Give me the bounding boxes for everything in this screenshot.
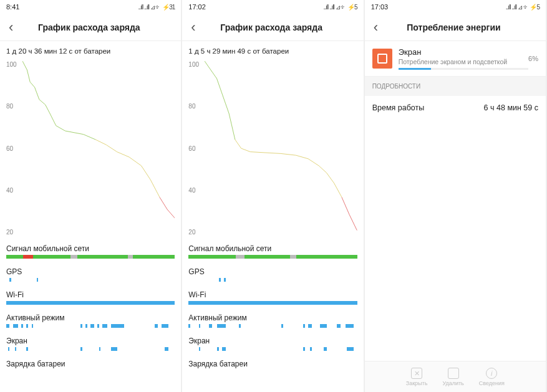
svg-line-7: [56, 126, 65, 131]
svg-line-13: [129, 157, 142, 166]
bar-wifi: [6, 301, 175, 305]
detail-value: 6 ч 48 мин 59 с: [484, 103, 538, 112]
bar-signal: [6, 255, 175, 259]
detail-label: Время работы: [372, 103, 425, 112]
svg-line-10: [95, 140, 106, 145]
svg-line-9: [84, 135, 96, 140]
svg-line-31: [334, 183, 342, 197]
energy-bar: [399, 68, 528, 70]
details-header: ПОДРОБНОСТИ: [365, 77, 546, 96]
chart-plot: [205, 61, 357, 236]
svg-line-20: [217, 79, 223, 96]
trash-icon: [448, 368, 459, 379]
svg-line-24: [241, 148, 251, 152]
status-bar: 17:02 ..ıll ..ıll ⊿ ᯤ ⚡5: [182, 0, 363, 14]
page-title: График расхода заряда: [17, 22, 161, 32]
svg-line-15: [150, 179, 160, 197]
header: ‹ График расхода заряда: [182, 14, 363, 41]
label-signal: Сигнал мобильной сети: [182, 241, 363, 255]
y-axis: 10080604020: [6, 61, 21, 236]
bar-gps: [6, 278, 175, 282]
info-button[interactable]: Сведения: [479, 368, 505, 386]
bar-active: [188, 324, 357, 328]
energy-info: Экран Потребление экраном и подсветкой: [399, 47, 528, 70]
back-icon[interactable]: ‹: [370, 19, 382, 36]
svg-line-8: [65, 131, 83, 135]
svg-line-6: [50, 113, 56, 126]
label-charging: Зарядка батареи: [182, 356, 363, 370]
status-bar: 17:03 ..ıll ..ıll ⊿ ᯤ ⚡5: [365, 0, 546, 14]
svg-line-17: [167, 209, 175, 218]
svg-line-22: [229, 113, 235, 140]
label-active: Активный режим: [182, 310, 363, 324]
energy-bar-fill: [399, 68, 431, 70]
label-gps: GPS: [182, 264, 363, 278]
close-button[interactable]: Закрыть: [406, 368, 428, 386]
info-icon: [486, 368, 497, 379]
header: ‹ График расхода заряда: [0, 14, 181, 41]
status-time: 17:03: [371, 3, 389, 11]
svg-line-5: [46, 105, 50, 113]
screen-icon: [372, 49, 392, 69]
energy-desc: Потребление экраном и подсветкой: [399, 58, 528, 65]
svg-line-4: [39, 100, 46, 105]
svg-line-32: [342, 197, 349, 214]
svg-line-16: [160, 197, 167, 209]
header: ‹ Потребление энергии: [365, 14, 546, 41]
svg-line-1: [27, 70, 30, 82]
battery-graph-screen-2: 17:02 ..ıll ..ıll ⊿ ᯤ ⚡5 ‹ График расход…: [182, 0, 364, 392]
svg-line-2: [30, 82, 34, 87]
svg-line-18: [205, 61, 211, 70]
bar-signal: [188, 255, 357, 259]
battery-duration: 1 д 20 ч 36 мин 12 с от батареи: [0, 41, 181, 61]
bottom-bar: Закрыть Удалить Сведения: [365, 361, 546, 392]
detail-row-runtime: Время работы 6 ч 48 мин 59 с: [365, 96, 546, 120]
svg-line-3: [35, 87, 39, 100]
energy-pct: 6%: [528, 55, 538, 62]
energy-consumption-screen: 17:03 ..ıll ..ıll ⊿ ᯤ ⚡5 ‹ Потребление э…: [365, 0, 547, 392]
close-icon: [411, 368, 422, 379]
content: 1 д 5 ч 29 мин 49 с от батареи 100806040…: [182, 41, 363, 392]
svg-line-30: [327, 173, 334, 183]
page-title: График расхода заряда: [200, 22, 344, 32]
label-screen: Экран: [0, 333, 181, 347]
label-active: Активный режим: [0, 310, 181, 324]
y-axis: 10080604020: [188, 61, 203, 236]
svg-line-12: [117, 152, 129, 157]
bar-wifi: [188, 301, 357, 305]
battery-graph-screen-1: 8:41 ..ıll ..ıll ⊿ ᯤ ⚡31 ‹ График расход…: [0, 0, 182, 392]
svg-line-14: [142, 166, 151, 179]
battery-duration: 1 д 5 ч 29 мин 49 с от батареи: [182, 41, 363, 61]
back-icon[interactable]: ‹: [5, 19, 17, 36]
status-time: 8:41: [6, 3, 19, 11]
battery-chart: 10080604020: [188, 61, 357, 236]
label-wifi: Wi-Fi: [0, 287, 181, 301]
svg-line-33: [349, 214, 357, 230]
status-time: 17:02: [188, 3, 206, 11]
svg-line-27: [296, 155, 309, 159]
label-gps: GPS: [0, 264, 181, 278]
battery-chart: 10080604020: [6, 61, 175, 236]
svg-line-19: [211, 70, 217, 79]
content: Экран Потребление экраном и подсветкой 6…: [365, 41, 546, 392]
label-signal: Сигнал мобильной сети: [0, 241, 181, 255]
svg-line-29: [319, 166, 327, 173]
back-icon[interactable]: ‹: [187, 19, 199, 36]
label-screen: Экран: [182, 333, 363, 347]
svg-line-0: [22, 61, 27, 70]
status-icons: ..ıll ..ıll ⊿ ᯤ ⚡5: [506, 4, 540, 11]
svg-line-28: [308, 159, 319, 166]
energy-name: Экран: [399, 47, 528, 57]
svg-line-26: [281, 153, 296, 155]
page-title: Потребление энергии: [382, 22, 526, 32]
bar-screen: [188, 347, 357, 351]
svg-line-11: [106, 145, 117, 151]
bar-gps: [188, 278, 357, 282]
energy-item-screen[interactable]: Экран Потребление экраном и подсветкой 6…: [365, 41, 546, 77]
delete-button[interactable]: Удалить: [442, 368, 463, 386]
label-charging: Зарядка батареи: [0, 356, 181, 370]
status-bar: 8:41 ..ıll ..ıll ⊿ ᯤ ⚡31: [0, 0, 181, 14]
svg-line-23: [235, 140, 241, 148]
label-wifi: Wi-Fi: [182, 287, 363, 301]
svg-line-25: [251, 152, 281, 154]
